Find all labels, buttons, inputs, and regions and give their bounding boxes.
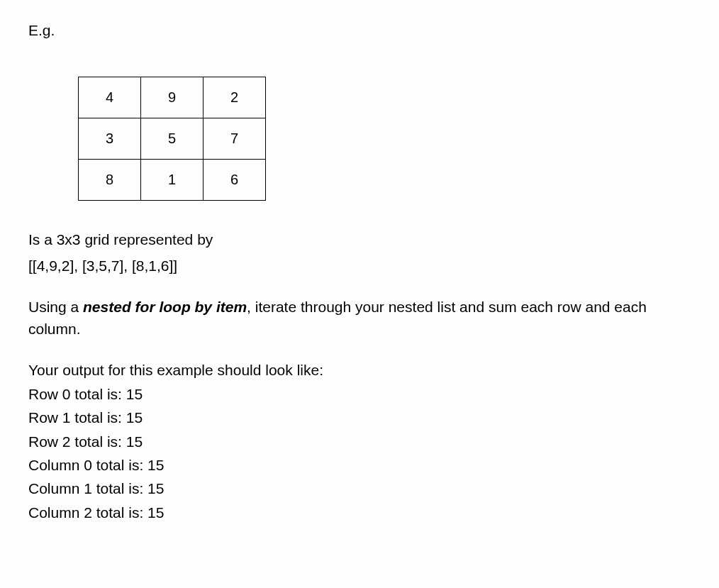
instruction-emphasis: nested for loop by item bbox=[83, 299, 247, 315]
output-line: Row 2 total is: 15 bbox=[28, 431, 691, 453]
grid-cell: 8 bbox=[79, 160, 141, 201]
grid-cell: 2 bbox=[204, 77, 266, 118]
table-row: 8 1 6 bbox=[79, 160, 266, 201]
grid-cell: 4 bbox=[79, 77, 141, 118]
grid-cell: 7 bbox=[204, 118, 266, 160]
grid-cell: 9 bbox=[141, 77, 204, 118]
desc-line-2: [[4,9,2], [3,5,7], [8,1,6]] bbox=[28, 255, 691, 277]
output-heading: Your output for this example should look… bbox=[28, 360, 691, 381]
output-line: Row 0 total is: 15 bbox=[28, 384, 691, 405]
output-line: Row 1 total is: 15 bbox=[28, 407, 691, 428]
output-line: Column 1 total is: 15 bbox=[28, 478, 691, 499]
output-line: Column 0 total is: 15 bbox=[28, 455, 691, 476]
instruction-paragraph: Using a nested for loop by item, iterate… bbox=[28, 296, 691, 340]
grid-table: 4 9 2 3 5 7 8 1 6 bbox=[78, 77, 266, 201]
grid-table-wrapper: 4 9 2 3 5 7 8 1 6 bbox=[78, 77, 691, 201]
grid-cell: 6 bbox=[204, 160, 266, 201]
grid-description: Is a 3x3 grid represented by [[4,9,2], [… bbox=[28, 229, 691, 277]
grid-cell: 1 bbox=[141, 160, 204, 201]
output-line: Column 2 total is: 15 bbox=[28, 502, 691, 523]
example-label: E.g. bbox=[28, 20, 691, 41]
desc-line-1: Is a 3x3 grid represented by bbox=[28, 229, 691, 250]
table-row: 3 5 7 bbox=[79, 118, 266, 160]
instruction-prefix: Using a bbox=[28, 299, 83, 315]
grid-cell: 5 bbox=[141, 118, 204, 160]
table-row: 4 9 2 bbox=[79, 77, 266, 118]
grid-cell: 3 bbox=[79, 118, 141, 160]
expected-output-block: Your output for this example should look… bbox=[28, 360, 691, 523]
